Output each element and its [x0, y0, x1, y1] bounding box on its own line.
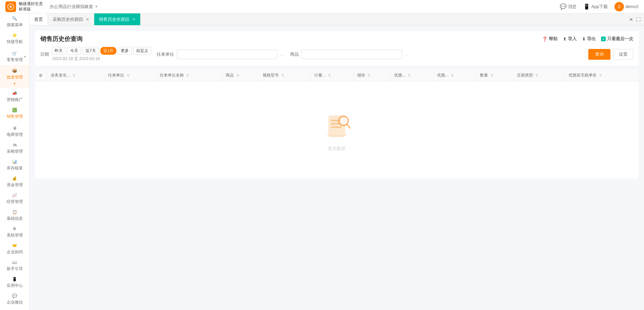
sidebar-item-label: 新手引导 — [7, 266, 23, 272]
page-title-row: 销售历史价查询 ❓ 帮助 ⬆ 导入 ⬇ 导出 — [40, 35, 633, 43]
finance-icon: 💰 — [12, 176, 17, 181]
sidebar-item-retail[interactable]: 🛒 零售管理 ▼ — [0, 48, 29, 65]
svg-rect-6 — [331, 126, 341, 128]
sidebar-item-purchase[interactable]: 🛍 采购管理 — [0, 140, 29, 157]
tab-sales-close[interactable]: ✕ — [132, 17, 136, 22]
goods-input[interactable] — [302, 50, 402, 59]
sidebar-item-finance[interactable]: 💰 资金管理 — [0, 173, 29, 190]
sidebar-item-marketing[interactable]: 📣 营销推广 — [0, 88, 29, 105]
tab-close-button[interactable]: ✕ — [629, 17, 633, 22]
sidebar-item-label: 经营管理 — [7, 199, 23, 205]
col-unit[interactable]: 计量... ⇅ — [311, 70, 354, 81]
inventory-icon: 📊 — [12, 159, 17, 164]
sidebar-item-label: 资金管理 — [7, 182, 23, 188]
sidebar-item-basic-info[interactable]: 📋 基础信息 — [0, 207, 29, 224]
user-avatar[interactable]: D demo2 — [614, 2, 639, 11]
sort-icon: ⇅ — [236, 73, 239, 77]
import-button[interactable]: ⬆ 导入 — [563, 36, 577, 42]
col-goods[interactable]: 商品 ⇅ — [222, 70, 259, 81]
col-discount1[interactable]: 优惠... ⇅ — [390, 70, 433, 81]
tab-sales-history[interactable]: 销售历史价跟踪 ✕ — [94, 13, 141, 25]
tab-home[interactable]: 首页 — [30, 13, 48, 25]
tab-purchase-history[interactable]: 采购历史价跟踪 ✕ — [48, 13, 94, 25]
date-today[interactable]: 今天 — [67, 47, 81, 55]
help-button[interactable]: ❓ 帮助 — [542, 36, 557, 42]
only-last-checkbox[interactable]: ✓ 只看最后一次 — [601, 36, 633, 42]
star-icon: ⭐ — [12, 33, 17, 38]
col-trade-type[interactable]: 交易类型 ⇅ — [514, 70, 565, 81]
col-discount2-label: 优惠... — [437, 73, 448, 78]
col-qty[interactable]: 数量 ⇅ — [477, 70, 514, 81]
header-center: 办公用品行业模拟账套 ▼ — [43, 4, 560, 10]
col-discount2[interactable]: 优惠... ⇅ — [434, 70, 477, 81]
sort-icon: ⇅ — [281, 73, 284, 77]
settings-button[interactable]: 设置 — [613, 49, 633, 60]
tab-purchase-close[interactable]: ✕ — [86, 17, 89, 22]
app-download-button[interactable]: 📱 App下载 — [583, 3, 608, 10]
col-spec[interactable]: 规格型号 ⇅ — [259, 70, 311, 81]
date-yesterday[interactable]: 昨天 — [52, 47, 66, 55]
sidebar-item-quick-nav[interactable]: ⭐ 快捷导航 — [0, 30, 29, 47]
sidebar-item-label: 营销推广 — [7, 97, 23, 103]
sidebar-item-wechat[interactable]: 💬 企业微信 — [0, 291, 29, 308]
page-title-actions: ❓ 帮助 ⬆ 导入 ⬇ 导出 ✓ 只看最后一次 — [542, 36, 633, 42]
message-button[interactable]: 💬 消息 — [560, 3, 577, 10]
table-settings-col[interactable]: ⚙ — [35, 70, 47, 81]
sidebar-item-system[interactable]: ⚙ 系统管理 — [0, 224, 29, 241]
sidebar-item-app-center[interactable]: 📱 应用中心 — [0, 274, 29, 291]
sidebar-item-ecommerce[interactable]: 🖥 电商管理 — [0, 123, 29, 140]
col-biz-date[interactable]: 业务发生... ⇅ — [47, 70, 105, 81]
svg-point-9 — [340, 118, 346, 124]
sidebar-item-label: 企业协同 — [7, 249, 23, 255]
gear-icon: ⚙ — [39, 73, 43, 78]
purchase-tab-label: 采购历史价跟踪 — [53, 16, 83, 22]
sidebar-item-inventory[interactable]: 📊 库存核算 — [0, 157, 29, 173]
wholesale-icon: 📦 — [12, 68, 17, 73]
query-button[interactable]: 查询 — [588, 49, 610, 60]
date-1month[interactable]: 近1月 — [100, 47, 117, 55]
sidebar-item-sales-mgmt[interactable]: 💹 销售管理 — [0, 105, 29, 122]
app-selector[interactable]: 办公用品行业模拟账套 ▼ — [50, 4, 98, 10]
col-goods-label: 商品 — [226, 73, 234, 78]
page-content: 销售历史价查询 ❓ 帮助 ⬆ 导入 ⬇ 导出 — [30, 25, 644, 310]
sidebar-item-label: 采购管理 — [7, 149, 23, 154]
import-icon: ⬆ — [563, 37, 567, 42]
sidebar-item-vip[interactable]: 👑 畅会员 — [0, 308, 29, 310]
date-label: 日期 — [40, 51, 49, 57]
retail-icon: 🛒 — [12, 51, 17, 56]
sidebar-item-operation[interactable]: 📈 经营管理 — [0, 190, 29, 207]
sidebar-item-cooperation[interactable]: 🤝 企业协同 — [0, 241, 29, 257]
col-spec-label: 规格型号 — [263, 73, 279, 78]
export-button[interactable]: ⬇ 导出 — [582, 36, 596, 42]
goods-picker-button[interactable]: ... — [405, 51, 409, 57]
partner-input[interactable] — [177, 50, 277, 59]
query-row: 日期 昨天 今天 近7天 近1月 更多 自定义 2023-02-18 至 202… — [40, 47, 633, 62]
partner-picker-button[interactable]: ... — [280, 51, 284, 57]
date-more[interactable]: 更多 — [118, 47, 132, 55]
col-pretax-price-label: 优惠前无税单价 — [569, 73, 597, 78]
col-unit-label: 计量... — [314, 73, 326, 78]
guide-icon: 📖 — [12, 260, 17, 265]
sort-icon: ⇅ — [186, 73, 189, 77]
date-7days[interactable]: 近7天 — [83, 47, 99, 55]
logo-icon — [5, 1, 16, 12]
sidebar: 🔍 搜索菜单 ⭐ 快捷导航 🛒 零售管理 ▼ 📦 批发管理 ▲ 📣 营销推广 💹… — [0, 13, 30, 310]
sidebar-item-label: 应用中心 — [7, 283, 23, 289]
date-filter-field: 日期 昨天 今天 近7天 近1月 更多 自定义 2023-02-18 至 202… — [40, 47, 151, 62]
col-partner-code[interactable]: 往来单位 ⇅ — [105, 70, 156, 81]
date-filter: 昨天 今天 近7天 近1月 更多 自定义 2023-02-18 至 2023-0… — [52, 47, 151, 62]
page-title: 销售历史价查询 — [40, 35, 83, 43]
col-quote[interactable]: 报价 ⇅ — [354, 70, 390, 81]
col-partner-name[interactable]: 往来单位名称 ⇅ — [156, 70, 222, 81]
sidebar-item-guide[interactable]: 📖 新手引导 — [0, 257, 29, 274]
empty-icon — [320, 108, 354, 142]
main-layout: 🔍 搜索菜单 ⭐ 快捷导航 🛒 零售管理 ▼ 📦 批发管理 ▲ 📣 营销推广 💹… — [0, 13, 644, 310]
operation-icon: 📈 — [12, 193, 17, 198]
date-custom[interactable]: 自定义 — [133, 47, 151, 55]
sidebar-item-search[interactable]: 🔍 搜索菜单 — [0, 13, 29, 30]
tab-fullscreen-button[interactable]: ⛶ — [636, 17, 641, 22]
col-pretax-price[interactable]: 优惠前无税单价 ⇅ — [565, 70, 638, 81]
logo-area: 畅捷通好生意 标准版 — [5, 1, 43, 12]
sidebar-item-wholesale[interactable]: 📦 批发管理 ▲ — [0, 65, 29, 88]
query-panel: 销售历史价查询 ❓ 帮助 ⬆ 导入 ⬇ 导出 — [35, 31, 639, 66]
